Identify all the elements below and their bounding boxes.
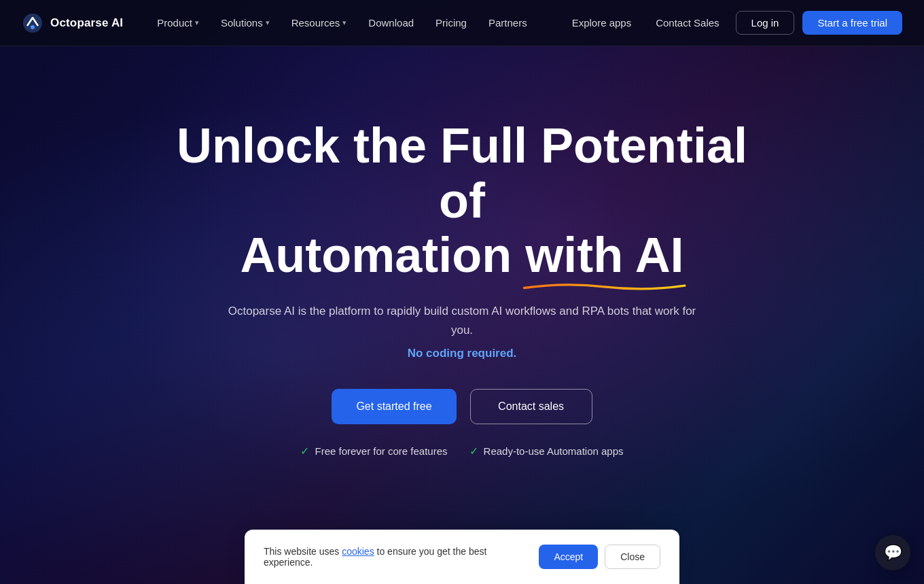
underline-decoration (518, 280, 690, 292)
hero-subtitle: Octoparse AI is the platform to rapidly … (224, 302, 700, 340)
logo[interactable]: Octoparse AI (22, 12, 123, 34)
hero-badge-free: ✓ Free forever for core features (300, 445, 447, 458)
chat-widget-button[interactable]: 💬 (875, 535, 910, 570)
start-trial-button[interactable]: Start a free trial (802, 11, 902, 35)
nav-link-partners[interactable]: Partners (479, 13, 537, 33)
svg-point-1 (31, 25, 35, 29)
nav-link-download[interactable]: Download (359, 13, 423, 33)
explore-apps-button[interactable]: Explore apps (564, 13, 640, 33)
logo-icon (22, 12, 43, 34)
nav-link-solutions[interactable]: Solutions ▾ (211, 13, 279, 33)
cookie-buttons: Accept Close (539, 545, 660, 569)
contact-sales-button[interactable]: Contact sales (470, 389, 592, 424)
cookie-link[interactable]: cookies (342, 546, 374, 557)
hero-badge-apps: ✓ Ready-to-use Automation apps (469, 445, 624, 458)
hero-buttons: Get started free Contact sales (170, 389, 754, 424)
chat-icon: 💬 (884, 544, 902, 562)
nav-link-pricing[interactable]: Pricing (426, 13, 476, 33)
contact-sales-nav-button[interactable]: Contact Sales (647, 13, 727, 33)
check-icon-1: ✓ (300, 445, 309, 458)
nav-link-product[interactable]: Product ▾ (147, 13, 209, 33)
hero-badges: ✓ Free forever for core features ✓ Ready… (170, 445, 754, 458)
logo-text: Octoparse AI (50, 16, 123, 30)
animated-underline-wrap: with AI (525, 228, 683, 283)
close-cookie-button[interactable]: Close (605, 545, 660, 569)
nav-link-resources[interactable]: Resources ▾ (282, 13, 357, 33)
hero-content: Unlock the Full Potential of Automation … (170, 118, 754, 458)
accept-cookies-button[interactable]: Accept (539, 545, 598, 569)
nav-right: Explore apps Contact Sales Log in Start … (564, 11, 902, 35)
chevron-down-icon: ▾ (266, 18, 270, 27)
hero-subtitle-bold: No coding required. (170, 347, 754, 360)
cookie-banner: This website uses cookies to ensure you … (245, 530, 679, 584)
nav-links: Product ▾ Solutions ▾ Resources ▾ Downlo… (147, 13, 536, 33)
chevron-down-icon: ▾ (342, 18, 346, 27)
check-icon-2: ✓ (469, 445, 478, 458)
nav-left: Octoparse AI Product ▾ Solutions ▾ Resou… (22, 12, 537, 34)
hero-section: Unlock the Full Potential of Automation … (0, 0, 924, 584)
svg-point-0 (23, 14, 42, 33)
get-started-button[interactable]: Get started free (332, 389, 456, 424)
navigation: Octoparse AI Product ▾ Solutions ▾ Resou… (0, 0, 924, 46)
hero-title: Unlock the Full Potential of Automation … (170, 118, 754, 283)
chevron-down-icon: ▾ (195, 18, 199, 27)
login-button[interactable]: Log in (736, 11, 795, 35)
cookie-text: This website uses cookies to ensure you … (264, 546, 528, 568)
